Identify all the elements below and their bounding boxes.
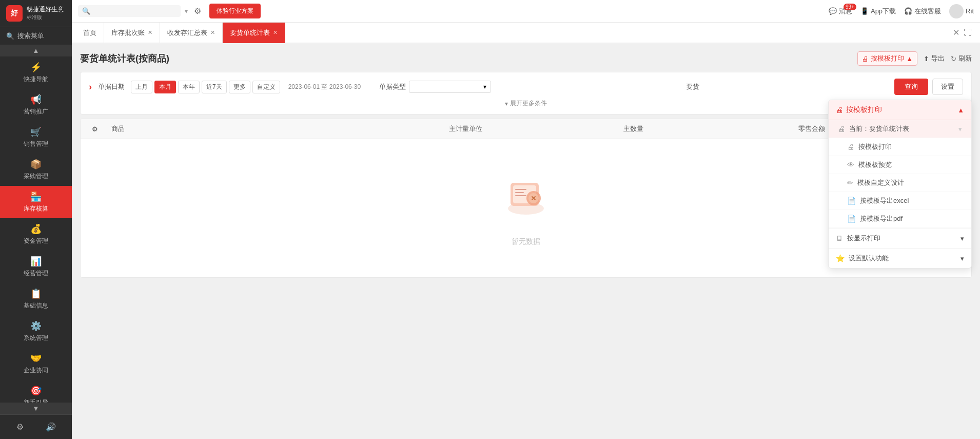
dropdown-chevron-up[interactable]: ▲	[957, 106, 964, 114]
order-type-label: 单据类型	[379, 82, 406, 91]
sidebar-bottom: ⚙ 🔊	[0, 414, 72, 439]
sidebar-item-label: 营销推广	[24, 107, 48, 116]
basic-info-icon: 📋	[30, 288, 42, 299]
query-btn[interactable]: 查询	[894, 79, 928, 95]
default-func-icon: ⭐	[836, 254, 845, 262]
topbar-gear-icon[interactable]: ⚙	[194, 6, 201, 16]
sidebar-item-marketing[interactable]: 📢 营销推广	[0, 89, 72, 121]
dropdown-item-template-print[interactable]: 🖨 按模板打印	[829, 138, 971, 156]
topbar-dropdown-chevron[interactable]: ▾	[185, 8, 188, 15]
tab-close-icon[interactable]: ✕	[148, 29, 152, 36]
page-header-right: 🖨 按模板打印 ▲ ⬆ 导出 ↻ 刷新	[857, 51, 972, 66]
sidebar-item-purchase[interactable]: 📦 采购管理	[0, 154, 72, 186]
sidebar-item-finance[interactable]: 💰 资金管理	[0, 218, 72, 251]
sidebar-item-label: 资金管理	[24, 237, 48, 245]
date-btn-custom[interactable]: 自定义	[252, 81, 280, 93]
order-type-select[interactable]: ▾	[409, 81, 491, 93]
tab-receipts-summary[interactable]: 收发存汇总表 ✕	[160, 23, 223, 43]
scroll-up-btn[interactable]: ▲	[0, 45, 72, 56]
sidebar-item-label: 企业协同	[24, 366, 48, 375]
date-btn-this-month[interactable]: 本月	[154, 81, 176, 93]
message-item[interactable]: 💬 消息 99+	[829, 7, 852, 16]
scroll-down-btn[interactable]: ▼	[0, 403, 72, 414]
window-close-btn[interactable]: ✕	[953, 28, 959, 37]
empty-icon	[500, 170, 552, 231]
col-goods: 商品	[105, 119, 443, 139]
sidebar-item-system[interactable]: ⚙️ 系统管理	[0, 315, 72, 348]
date-buttons: 上月 本月 本年 近7天 更多 自定义	[131, 81, 280, 93]
dropdown-item-template-design[interactable]: ✏ 模板自定义设计	[829, 174, 971, 192]
refresh-btn[interactable]: ↻ 刷新	[951, 54, 972, 63]
user-avatar[interactable]: Rit	[949, 4, 974, 18]
finance-icon: 💰	[30, 223, 42, 235]
setting-btn[interactable]: 设置	[932, 79, 963, 95]
search-icon: 🔍	[6, 32, 14, 40]
tab-inventory-batch[interactable]: 库存批次账 ✕	[104, 23, 160, 43]
dropdown-default-func[interactable]: ⭐ 设置默认功能 ▾	[829, 248, 971, 268]
trial-btn[interactable]: 体验行业方案	[209, 4, 261, 18]
main-content: 🔍 ▾ ⚙ 体验行业方案 💬 消息 99+ 📱 App下载 🎧 在线客服 Rit	[72, 0, 980, 439]
page-header: 要货单统计表(按商品) 🖨 按模板打印 ▲ ⬆ 导出 ↻ 刷新	[80, 51, 972, 66]
current-item-label: 当前：要货单统计表	[849, 124, 909, 133]
refresh-label: 刷新	[958, 54, 972, 63]
template-design-label: 模板自定义设计	[857, 178, 904, 187]
sidebar-item-sales[interactable]: 🛒 销售管理	[0, 121, 72, 154]
app-download-item[interactable]: 📱 App下载	[860, 7, 896, 16]
dropdown-display-print[interactable]: 🖥 按显示打印 ▾	[829, 228, 971, 248]
page-content: 要货单统计表(按商品) 🖨 按模板打印 ▲ ⬆ 导出 ↻ 刷新	[72, 43, 980, 439]
dropdown-item-export-excel[interactable]: 📄 按模板导出excel	[829, 192, 971, 210]
date-btn-this-year[interactable]: 本年	[178, 81, 200, 93]
tab-label: 库存批次账	[111, 28, 145, 37]
tab-window-controls: ✕ ⛶	[949, 28, 976, 37]
quick-nav-icon: ⚡	[30, 62, 42, 73]
export-btn[interactable]: ⬆ 导出	[924, 54, 945, 63]
template-print-icon: 🖨	[847, 143, 854, 151]
sidebar-item-guide[interactable]: 🎯 新手引导	[0, 380, 72, 403]
dropdown-header-title: 🖨 按模板打印	[836, 105, 882, 114]
settings-bottom-icon[interactable]: ⚙	[14, 420, 26, 434]
speaker-bottom-icon[interactable]: 🔊	[44, 420, 58, 434]
date-filter-label: 单据日期	[98, 82, 125, 91]
sidebar-item-basic-info[interactable]: 📋 基础信息	[0, 283, 72, 315]
dropdown-header-label: 按模板打印	[846, 105, 882, 114]
window-maximize-btn[interactable]: ⛶	[964, 28, 972, 37]
topbar-search-input[interactable]	[92, 8, 164, 15]
date-btn-last-7[interactable]: 近7天	[202, 81, 227, 93]
expand-more-btn[interactable]: ▾ 展开更多条件	[505, 99, 547, 108]
print-template-btn[interactable]: 🖨 按模板打印 ▲	[857, 51, 917, 66]
tab-close-icon[interactable]: ✕	[210, 29, 215, 36]
topbar-search-icon: 🔍	[82, 7, 90, 15]
tab-close-icon[interactable]: ✕	[273, 29, 278, 36]
display-print-left: 🖥 按显示打印	[836, 234, 880, 243]
date-btn-more[interactable]: 更多	[229, 81, 250, 93]
dropdown-current-item[interactable]: 🖨 当前：要货单统计表 ▾	[829, 120, 971, 138]
export-pdf-label: 按模板导出pdf	[860, 214, 903, 223]
dropdown-item-export-pdf[interactable]: 📄 按模板导出pdf	[829, 210, 971, 228]
sidebar-item-inventory[interactable]: 🏪 库存核算	[0, 186, 72, 218]
sidebar-item-quick-nav[interactable]: ⚡ 快捷导航	[0, 56, 72, 89]
order-type-chevron: ▾	[483, 83, 486, 90]
sidebar-item-operations[interactable]: 📊 经营管理	[0, 251, 72, 283]
tab-home[interactable]: 首页	[76, 23, 104, 43]
sales-icon: 🛒	[30, 126, 42, 138]
dropdown-print-icon: 🖨	[836, 106, 843, 114]
date-btn-prev-month[interactable]: 上月	[131, 81, 152, 93]
search-menu-item[interactable]: 🔍 搜索菜单	[0, 27, 72, 45]
sidebar-item-collab[interactable]: 🤝 企业协同	[0, 348, 72, 380]
topbar-search-area[interactable]: 🔍	[78, 5, 181, 17]
sidebar-item-label: 销售管理	[24, 140, 48, 148]
export-pdf-icon: 📄	[847, 215, 856, 223]
sidebar: 好 畅捷通好生意 标准版 🔍 搜索菜单 ▲ ⚡ 快捷导航 📢 营销推广 🛒 销售…	[0, 0, 72, 439]
online-service-item[interactable]: 🎧 在线客服	[904, 7, 941, 16]
print-dropdown-menu: 🖨 按模板打印 ▲ 🖨 当前：要货单统计表 ▾ 🖨 按模板打印 👁 模板板预览	[828, 100, 972, 269]
filter-expand-arrow[interactable]: ›	[89, 82, 92, 92]
date-range: 2023-06-01 至 2023-06-30	[288, 83, 361, 91]
col-gear[interactable]: ⚙	[85, 120, 105, 138]
tab-order-stats[interactable]: 要货单统计表 ✕	[223, 23, 285, 43]
app-download-icon: 📱	[860, 7, 869, 15]
tabbar: 首页 库存批次账 ✕ 收发存汇总表 ✕ 要货单统计表 ✕ ✕ ⛶	[72, 23, 980, 43]
print-template-chevron-up: ▲	[906, 55, 913, 63]
purchase-icon: 📦	[30, 159, 42, 170]
dropdown-item-template-preview[interactable]: 👁 模板板预览	[829, 156, 971, 174]
expand-more-label: 展开更多条件	[510, 99, 547, 108]
